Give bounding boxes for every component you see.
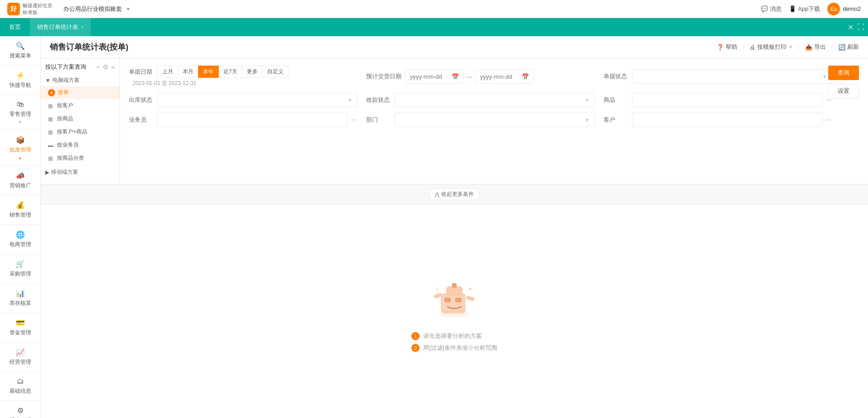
app-download-icon: 📱 bbox=[789, 5, 796, 12]
sidebar-item-management[interactable]: 📈 经营管理 bbox=[0, 342, 40, 372]
salesman-more-btn[interactable]: ··· bbox=[351, 116, 357, 124]
filter-action-buttons: 查询 设置 bbox=[828, 66, 859, 98]
quicknav-icon: ⚡ bbox=[16, 71, 25, 80]
date-btn-this-month[interactable]: 本月 bbox=[178, 66, 198, 78]
sidebar-item-sales[interactable]: 💰 销售管理 bbox=[0, 195, 40, 225]
help-btn[interactable]: ❓ 帮助 bbox=[717, 43, 737, 51]
marketing-icon: 📣 bbox=[16, 171, 25, 180]
empty-area: ✦ ✦ ✦ 1 请先选择要分析的方案 2 用[过滤]条件来缩小分析范围 bbox=[41, 204, 868, 418]
expected-date-end-input[interactable] bbox=[480, 73, 519, 80]
ship-status-select-wrap: ▼ bbox=[157, 93, 357, 107]
app-download-btn[interactable]: 📱 App下载 bbox=[789, 5, 820, 13]
template-print-btn[interactable]: 🖨 按模板打印 ▼ bbox=[750, 43, 793, 51]
filter-row-1: 单据日期 上月 本月 本年 近7天 更多 自定义 2023-01-01 至 20… bbox=[129, 66, 832, 87]
panel-settings-btn[interactable]: ⚙ bbox=[103, 63, 108, 71]
refresh-btn[interactable]: 🔄 刷新 bbox=[838, 43, 859, 51]
bill-date-label: 单据日期 bbox=[129, 68, 154, 76]
settings-btn[interactable]: 设置 bbox=[828, 84, 859, 98]
query-btn[interactable]: 查询 bbox=[828, 66, 859, 80]
tab-active[interactable]: 销售订单统计表 × bbox=[30, 18, 91, 36]
tab-home[interactable]: 首页 bbox=[0, 18, 30, 36]
scheme-item-by-customer[interactable]: ▦ 按客户 bbox=[41, 99, 119, 112]
customer-more-btn[interactable]: ··· bbox=[826, 116, 832, 124]
tab-close-btn[interactable]: × bbox=[81, 24, 84, 30]
date-btn-custom[interactable]: 自定义 bbox=[262, 66, 288, 78]
salesman-label: 业务员 bbox=[129, 116, 154, 124]
sidebar-item-retail[interactable]: 🛍 零售管理 ▼ bbox=[0, 95, 40, 130]
scheme-item-by-order[interactable]: ● 按单 bbox=[41, 86, 119, 99]
expected-date-start-input[interactable] bbox=[410, 73, 449, 80]
cal-icon-start: 📅 bbox=[452, 73, 459, 80]
panel-add-btn[interactable]: + bbox=[96, 63, 100, 71]
sidebar-item-marketing[interactable]: 📣 营销推广 bbox=[0, 166, 40, 195]
sidebar-item-system[interactable]: ⚙ 系统管理 bbox=[0, 401, 40, 418]
basic-icon: 🗂 bbox=[17, 377, 24, 385]
scheme-item-by-category[interactable]: ▦ 按商品分类 bbox=[41, 152, 119, 165]
user-info[interactable]: Ea demo2 bbox=[827, 3, 861, 15]
date-separator: — bbox=[467, 73, 472, 80]
sidebar-item-quicknav[interactable]: ⚡ 快捷导航 bbox=[0, 66, 40, 95]
collapse-btn[interactable]: ⋀ 收起更多条件 bbox=[429, 188, 480, 200]
bill-status-select[interactable]: ▼ bbox=[632, 69, 832, 84]
app-title-area: 办公用品行业模拟账套 ▼ bbox=[56, 5, 131, 13]
payment-status-arrow: ▼ bbox=[585, 98, 590, 103]
refresh-icon: 🔄 bbox=[838, 44, 845, 51]
filter-item-ship-status: 出库状态 ▼ bbox=[129, 93, 357, 107]
filter-item-bill-status: 单据状态 ▼ bbox=[604, 66, 832, 87]
export-btn[interactable]: 📤 导出 bbox=[805, 43, 826, 51]
sidebar-item-inventory[interactable]: 📊 库存核算 bbox=[0, 284, 40, 313]
sidebar-item-finance[interactable]: 💳 资金管理 bbox=[0, 313, 40, 342]
desktop-group-label[interactable]: ▼ 电脑端方案 bbox=[41, 75, 119, 86]
user-avatar: Ea bbox=[827, 3, 840, 15]
panel-collapse-btn[interactable]: « bbox=[111, 63, 115, 71]
tip-text-2: 用[过滤]条件来缩小分析范围 bbox=[423, 344, 497, 352]
salesman-field-wrap: ··· bbox=[157, 113, 357, 127]
tip-num-2: 2 bbox=[411, 344, 420, 352]
mobile-group-label[interactable]: ▶ 移动端方案 bbox=[41, 166, 119, 178]
sidebar-item-purchase[interactable]: 🛒 采购管理 bbox=[0, 254, 40, 284]
expected-date-end[interactable]: 📅 bbox=[475, 69, 534, 84]
svg-rect-7 bbox=[452, 283, 457, 288]
ecommerce-icon: 🌐 bbox=[16, 230, 25, 239]
scheme-item-by-goods[interactable]: ▦ 按商品 bbox=[41, 112, 119, 125]
logo-icon: 好 bbox=[7, 3, 20, 15]
message-btn[interactable]: 💬 消息 bbox=[761, 5, 782, 13]
bill-status-arrow: ▼ bbox=[822, 74, 827, 79]
dept-select[interactable]: ▼ bbox=[395, 113, 594, 127]
salesman-select[interactable] bbox=[157, 113, 348, 127]
empty-tips: 1 请先选择要分析的方案 2 用[过滤]条件来缩小分析范围 bbox=[411, 332, 497, 352]
sidebar-item-ecommerce[interactable]: 🌐 电商管理 bbox=[0, 225, 40, 254]
sidebar-item-basic[interactable]: 🗂 基础信息 bbox=[0, 372, 40, 401]
filter-item-goods: 商品 ··· bbox=[604, 93, 832, 107]
customer-label: 客户 bbox=[604, 116, 628, 124]
date-btn-7days[interactable]: 近7天 bbox=[218, 66, 242, 78]
sidebar-item-search[interactable]: 🔍 搜索菜单 bbox=[0, 36, 40, 66]
tab-restore-icon[interactable]: ✕ bbox=[848, 23, 854, 32]
tab-maximize-icon[interactable]: ⛶ bbox=[857, 23, 864, 31]
scheme-item-by-customer-goods[interactable]: ▦ 按客户+商品 bbox=[41, 125, 119, 138]
goods-select[interactable] bbox=[632, 93, 822, 107]
date-btn-last-month[interactable]: 上月 bbox=[157, 66, 178, 78]
scheme-icon-customer: ▦ bbox=[48, 103, 54, 109]
cal-icon-end: 📅 bbox=[522, 73, 529, 80]
app-title-dropdown[interactable]: ▼ bbox=[126, 6, 131, 12]
customer-select[interactable] bbox=[632, 113, 822, 127]
sidebar-item-wholesale[interactable]: 📦 批发管理 ▲ bbox=[0, 130, 40, 166]
print-icon: 🖨 bbox=[750, 44, 755, 51]
date-btn-more[interactable]: 更多 bbox=[242, 66, 263, 78]
payment-status-select[interactable]: ▼ bbox=[395, 93, 594, 107]
divider2: | bbox=[798, 44, 799, 51]
scheme-item-by-salesman[interactable]: ▬ 按业务员 bbox=[41, 138, 119, 152]
page-header-actions: ❓ 帮助 | 🖨 按模板打印 ▼ | 📤 导出 | 🔄 刷新 bbox=[717, 43, 859, 57]
collapse-label: 收起更多条件 bbox=[441, 190, 474, 198]
filter-item-expected-date: 预计交货日期 📅 — 📅 bbox=[366, 66, 594, 87]
tip-num-1: 1 bbox=[411, 332, 420, 340]
date-selector: 上月 本月 本年 近7天 更多 自定义 bbox=[157, 66, 288, 78]
tab-bar: 首页 销售订单统计表 × ✕ ⛶ bbox=[0, 18, 868, 36]
ship-status-select[interactable]: ▼ bbox=[157, 93, 357, 107]
svg-text:✦: ✦ bbox=[472, 297, 476, 301]
page-header: 销售订单统计表(按单) ❓ 帮助 | 🖨 按模板打印 ▼ | 📤 导出 | bbox=[41, 36, 868, 58]
date-btn-this-year[interactable]: 本年 bbox=[198, 66, 219, 78]
expected-date-start[interactable]: 📅 bbox=[405, 69, 464, 84]
management-icon: 📈 bbox=[16, 348, 25, 356]
